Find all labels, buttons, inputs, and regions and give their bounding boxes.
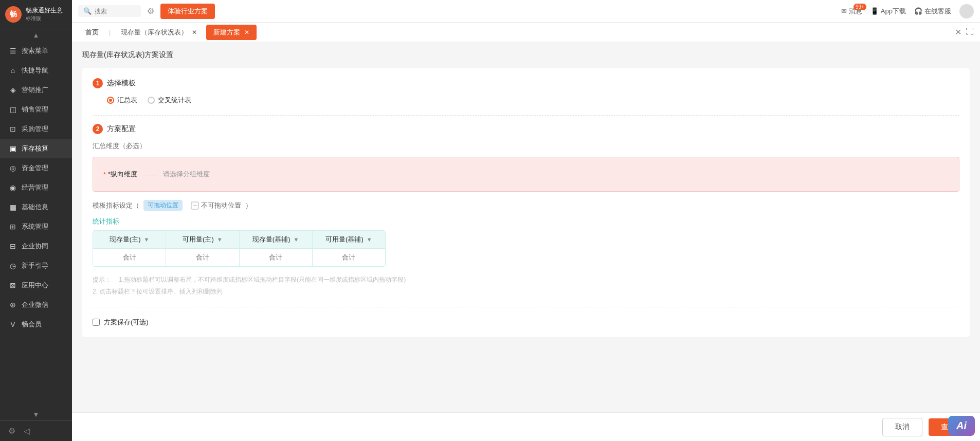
tab-bar: 首页 | 现存量（库存状况表） ✕ 新建方案 ✕ ✕ ⛶ bbox=[72, 23, 980, 42]
sidebar-item-purchase[interactable]: ⊡ 采购管理 bbox=[0, 119, 72, 139]
col3-data: 合计 bbox=[240, 249, 313, 266]
search-box[interactable]: 🔍 bbox=[78, 5, 141, 17]
message-icon: ✉ bbox=[841, 7, 847, 15]
sidebar-item-finance[interactable]: ◎ 资金管理 bbox=[0, 158, 72, 178]
logo-subtitle: 标准版 bbox=[26, 15, 63, 22]
col3-header[interactable]: 现存量(基辅) ▼ bbox=[240, 231, 313, 248]
required-star: * bbox=[103, 171, 106, 178]
col2-header[interactable]: 可用量(主) ▼ bbox=[166, 231, 239, 248]
page-title: 现存量(库存状况表)方案设置 bbox=[82, 50, 970, 60]
ops-icon: ◉ bbox=[8, 183, 17, 192]
sidebar-item-cooperation[interactable]: ⊟ 企业协同 bbox=[0, 236, 72, 256]
tab-expand-icon[interactable]: ⛶ bbox=[966, 27, 974, 37]
search-icon: 🔍 bbox=[83, 7, 92, 15]
sidebar-item-operations[interactable]: ◉ 经营管理 bbox=[0, 178, 72, 197]
tab-home[interactable]: 首页 bbox=[78, 25, 106, 40]
divider-1 bbox=[93, 115, 959, 116]
col1-header[interactable]: 现存量(主) ▼ bbox=[93, 231, 166, 248]
no-drag-icon bbox=[191, 201, 199, 210]
speaker-icon[interactable]: ◁ bbox=[24, 426, 30, 436]
template-cross-option[interactable]: 交叉统计表 bbox=[148, 96, 191, 105]
col4-header[interactable]: 可用量(基辅) ▼ bbox=[313, 231, 385, 248]
radio-cross[interactable] bbox=[148, 97, 155, 104]
sidebar-item-member[interactable]: V 畅会员 bbox=[0, 315, 72, 334]
sidebar-item-app-center[interactable]: ⊠ 应用中心 bbox=[0, 275, 72, 295]
tips-section: 提示： 1.拖动标题栏可以调整布局，不可跨维度或指标区域拖动栏目字段(只能在同一… bbox=[93, 275, 959, 297]
app-download-button[interactable]: 📱 App下载 bbox=[870, 7, 906, 16]
main-area: 🔍 ⚙ 体验行业方案 ✉ 消息 99+ 📱 App下载 🎧 在线客服 首 bbox=[72, 0, 980, 441]
template-summary-option[interactable]: 汇总表 bbox=[107, 96, 137, 105]
search-input[interactable] bbox=[95, 8, 136, 15]
step1-header: 1 选择模板 bbox=[93, 78, 959, 88]
settings-bottom-icon[interactable]: ⚙ bbox=[8, 426, 15, 436]
basicinfo-icon: ▦ bbox=[8, 203, 17, 212]
section-divider bbox=[93, 307, 959, 307]
topbar-right: ✉ 消息 99+ 📱 App下载 🎧 在线客服 bbox=[841, 4, 974, 19]
save-option: 方案保存(可选) bbox=[93, 318, 959, 327]
topbar: 🔍 ⚙ 体验行业方案 ✉ 消息 99+ 📱 App下载 🎧 在线客服 bbox=[72, 0, 980, 23]
indicator-settings-label: 模板指标设定（ 可拖动位置 不可拖动位置 ） bbox=[93, 200, 959, 211]
sidebar-scroll-down[interactable]: ▼ bbox=[0, 409, 72, 420]
system-icon: ⊞ bbox=[8, 222, 17, 231]
sidebar-item-new-guide[interactable]: ◷ 新手引导 bbox=[0, 256, 72, 275]
dimension-dash: —— bbox=[143, 171, 157, 178]
vertical-dim-label: *纵向维度 bbox=[108, 170, 137, 179]
template-options: 汇总表 交叉统计表 bbox=[107, 96, 959, 105]
draggable-badge: 可拖动位置 bbox=[143, 200, 183, 211]
sidebar-item-marketing[interactable]: ◈ 营销推广 bbox=[0, 80, 72, 100]
settings-gear-icon[interactable]: ⚙ bbox=[145, 4, 156, 18]
sidebar-item-sales[interactable]: ◫ 销售管理 bbox=[0, 100, 72, 119]
non-draggable-area: 不可拖动位置 bbox=[191, 201, 241, 210]
col3-chevron[interactable]: ▼ bbox=[294, 236, 299, 243]
bottom-bar: 取消 查询 bbox=[72, 412, 980, 441]
stats-table: 现存量(主) ▼ 可用量(主) ▼ 现存量(基辅) ▼ 可用量(基辅) bbox=[93, 230, 386, 267]
sidebar-scroll-up[interactable]: ▲ bbox=[0, 29, 72, 41]
user-avatar[interactable] bbox=[959, 4, 974, 19]
cta-button[interactable]: 体验行业方案 bbox=[160, 4, 215, 19]
stats-header-row: 现存量(主) ▼ 可用量(主) ▼ 现存量(基辅) ▼ 可用量(基辅) bbox=[93, 231, 385, 248]
sidebar-nav: ☰ 搜索菜单 ⌂ 快捷导航 ◈ 营销推广 ◫ 销售管理 ⊡ 采购管理 ▣ 库存核… bbox=[0, 41, 72, 409]
logo-icon: 畅 bbox=[5, 6, 22, 23]
col2-data: 合计 bbox=[166, 249, 239, 266]
ai-badge[interactable]: Ai bbox=[948, 416, 975, 436]
online-service-button[interactable]: 🎧 在线客服 bbox=[914, 7, 951, 16]
col1-data: 合计 bbox=[93, 249, 166, 266]
sidebar-item-search[interactable]: ☰ 搜索菜单 bbox=[0, 41, 72, 61]
col1-chevron[interactable]: ▼ bbox=[144, 236, 150, 243]
dimension-area[interactable]: * *纵向维度 —— 请选择分组维度 bbox=[93, 157, 959, 192]
radio-summary[interactable] bbox=[107, 97, 114, 104]
tab-close-all-icon[interactable]: ✕ bbox=[955, 27, 961, 37]
finance-icon: ◎ bbox=[8, 163, 17, 173]
sidebar-logo: 畅 畅康通好生意 标准版 bbox=[0, 0, 72, 29]
gift-icon: ◈ bbox=[8, 85, 17, 95]
tab-new-plan[interactable]: 新建方案 ✕ bbox=[206, 25, 257, 40]
step1-badge: 1 bbox=[93, 78, 103, 88]
sidebar-item-basic-info[interactable]: ▦ 基础信息 bbox=[0, 197, 72, 217]
tips-item-2: 2. 点击标题栏下拉可设置排序、插入列和删除列 bbox=[93, 287, 959, 297]
logo-text-block: 畅康通好生意 标准版 bbox=[26, 7, 63, 22]
col2-chevron[interactable]: ▼ bbox=[217, 236, 223, 243]
sidebar: 畅 畅康通好生意 标准版 ▲ ☰ 搜索菜单 ⌂ 快捷导航 ◈ 营销推广 ◫ 销售… bbox=[0, 0, 72, 441]
wechat-icon: ⊕ bbox=[8, 300, 17, 309]
dimension-required-label: 汇总维度（必选） bbox=[93, 141, 959, 151]
app-icon: ⊠ bbox=[8, 281, 17, 290]
settings-panel: 1 选择模板 汇总表 交叉统计表 2 bbox=[82, 68, 970, 337]
tab-bar-right: ✕ ⛶ bbox=[955, 27, 974, 37]
message-badge: 99+ bbox=[854, 4, 866, 10]
sidebar-item-quick-nav[interactable]: ⌂ 快捷导航 bbox=[0, 61, 72, 80]
indicator-settings: 模板指标设定（ 可拖动位置 不可拖动位置 ） bbox=[93, 200, 959, 211]
sidebar-item-wechat[interactable]: ⊕ 企业微信 bbox=[0, 295, 72, 315]
save-checkbox[interactable] bbox=[93, 319, 100, 326]
member-icon: V bbox=[8, 320, 17, 329]
tab-new-plan-close[interactable]: ✕ bbox=[244, 29, 249, 36]
tab-inventory-close[interactable]: ✕ bbox=[192, 29, 197, 36]
tab-inventory[interactable]: 现存量（库存状况表） ✕ bbox=[114, 25, 204, 40]
sidebar-bottom: ⚙ ◁ bbox=[0, 420, 72, 441]
col4-chevron[interactable]: ▼ bbox=[367, 236, 372, 243]
message-button[interactable]: ✉ 消息 99+ bbox=[841, 7, 862, 16]
cancel-button[interactable]: 取消 bbox=[882, 418, 922, 436]
sidebar-item-system[interactable]: ⊞ 系统管理 bbox=[0, 217, 72, 236]
step1-section: 1 选择模板 汇总表 交叉统计表 bbox=[93, 78, 959, 105]
sidebar-item-inventory[interactable]: ▣ 库存核算 bbox=[0, 139, 72, 158]
home-icon: ⌂ bbox=[8, 66, 17, 75]
